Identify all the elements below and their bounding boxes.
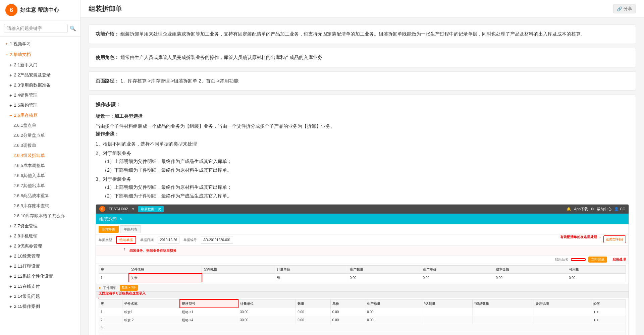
td-c-prod [473,316,534,324]
screenshot-title-left: TEST-H002 [109,206,128,212]
screenshot-divider-area: ● 子件明细 数量 × 3件 无固定清单可以组装在这里录入 ↓ [96,284,629,292]
sidebar-item-biz-mgmt[interactable]: + 2.10经营管理 [0,251,80,261]
plus-icon: + [9,224,12,229]
sidebar-item-268[interactable]: 2.6.8商品成本重算 [0,191,80,201]
search-box: 🔍 [0,20,80,37]
table-row: 2 粮食 2 规格 ×4 30.00 0.00 0.00 0.00 [99,316,626,324]
screenshot-confirm-btn[interactable]: 立即完成 [588,257,607,263]
td-c-total: 0.00 [365,308,422,316]
sidebar-item-label: 2.1新手入门 [14,62,38,68]
td-seq: 1 [99,274,129,282]
td-c-unit: 30.00 [238,308,296,316]
share-button[interactable]: 🔗 分享 [613,4,636,13]
table-header-row-child: 序 子件名称 规格型号 计量单位 数量 单价 生产总量 *达到量 *成品数量 [99,299,626,308]
sidebar-item-label: 2.3使用前数据准备 [14,82,51,88]
scenario1-heading: 场景一：加工类型选择 [96,112,629,120]
td-empty4: 4 [99,332,626,335]
screenshot-number-field: AD-20191226-001 [201,236,233,244]
sidebar-item-new-user[interactable]: + 2.1新手入门 [0,60,80,70]
collapse-icon: − [5,52,8,57]
th-c-unreach: *达到量 [422,299,473,308]
sidebar-item-269[interactable]: 2.6.9库存账本查询 [0,201,80,211]
screenshot-list-tab[interactable]: 单据列表 [120,225,141,233]
table-header-row: 序 父件名称 父件规格 计量单位 生产数量 生产单价 成本金额 可用量 [99,265,626,274]
td-cost: 0.00 [494,274,567,282]
screenshot-annotation-row: 组装业务、拆卸业务在这里切换 ↑ [96,246,629,256]
sidebar-item-inventory[interactable]: − 2.6库存核算 [0,110,80,120]
sidebar-item-purchase[interactable]: + 2.5采购管理 [0,100,80,110]
sidebar-item-label: 2.8手机旺铺 [14,233,38,239]
search-input[interactable] [4,24,68,33]
sidebar-item-print[interactable]: + 2.11打印设置 [0,261,80,271]
share-icon: 🔗 [617,6,622,11]
th-c-name: 子件名称 [122,299,180,308]
td-c-spec: 规格 ×4 [180,316,238,324]
step3-sublist: （1）上部明细为父件明细，最终作为原材料生成其它出库单； （2）下部明细为子件明… [96,183,629,200]
sidebar-item-262[interactable]: 2.6.2分量盘点单 [0,130,80,141]
td-c-unit: 30.00 [238,316,296,324]
main-content-area: 组装拆卸单 🔗 分享 功能介绍： 组装拆卸单用来处理企业组装或拆卸等加工业务，支… [80,0,644,335]
sidebar-item-faq[interactable]: + 2.14常见问题 [0,291,80,301]
plus-icon: + [9,284,12,289]
screenshot-section-divider: ● 子件明细 数量 × 3件 [96,284,629,292]
search-icon[interactable]: 🔍 [70,25,76,32]
td-c-seq: 1 [99,308,122,316]
td-c-name: 粮食1 [122,308,180,316]
screenshot-table-parent: 序 父件名称 父件规格 计量单位 生产数量 生产单价 成本金额 可用量 [99,265,626,282]
sidebar-item-videos[interactable]: + 1.视频学习 [0,39,80,49]
sidebar-item-261[interactable]: 2.6.1盘点单 [0,120,80,130]
role-text: 使用角色： 通常由生产人员或库管人员完成拆装业务的操作，库管人员确认原材料的出库… [96,54,629,62]
th-c-qty: 数量 [296,299,330,308]
step3: 3、对于拆装业务 （1）上部明细为父件明细，最终作为原材料生成其它出库单； （2… [96,175,629,200]
plus-icon: + [9,234,12,239]
path-text: 页面路径： 1、库存核算->库存管理->组装拆卸单 2、首页->常用功能 [96,77,629,85]
step2-sub1: （1）上部明细为父件明细，最终作为产成品生成其它入库单； [102,158,629,166]
sidebar-item-docs[interactable]: − 2.帮助文档 [0,49,80,60]
app-name: 好生意 帮助中心 [20,7,59,14]
ops-card: 操作步骤： 场景一：加工类型选择 当由多个子件材料组装成一个成品的业务为【组装】… [89,95,636,335]
minus-icon: − [9,113,12,118]
sidebar-item-coupon[interactable]: + 2.9优惠券管理 [0,241,80,251]
sidebar-item-mobile[interactable]: + 2.8手机旺铺 [0,231,80,241]
sidebar-item-cases[interactable]: + 2.15操作案例 [0,301,80,312]
th-unit: 计量单位 [275,265,348,274]
sidebar-item-system[interactable]: + 2.12系统个性化设置 [0,271,80,281]
screenshot-enable-input[interactable] [571,258,586,261]
annotation-has-bom: 有装配清单的在这里处理 → [560,234,602,240]
plus-icon: + [9,103,12,108]
td-parent-name-highlighted: 关米 [129,274,202,282]
screenshot-type-btn[interactable]: 选类型/科目 [603,235,626,243]
sidebar-item-capital[interactable]: + 2.7资金管理 [0,221,80,231]
sidebar-item-2610[interactable]: 2.6.10库存账本错了怎么办 [0,211,80,221]
sidebar-item-label: 2.12系统个性化设置 [14,273,53,279]
th-c-seq: 序 [99,299,122,308]
th-c-price: 单价 [330,299,365,308]
plus-icon: + [9,244,12,249]
sidebar-item-online-pay[interactable]: + 2.13在线支付 [0,281,80,291]
sidebar-item-sales[interactable]: + 2.4销售管理 [0,90,80,100]
sidebar-item-265[interactable]: 2.6.5成本调整单 [0,161,80,171]
screenshot-new-tab[interactable]: 新增单据 [99,226,119,233]
td-avail: 0.00 [567,274,626,282]
sidebar-item-label: 2.9优惠券管理 [14,243,42,249]
td-c-qty: 0.00 [296,316,330,324]
sidebar-item-263[interactable]: 2.6.3调拨单 [0,141,80,151]
sidebar-item-install[interactable]: + 2.2产品安装及登录 [0,70,80,80]
plus-icon: + [9,63,12,68]
td-c-prod [473,308,534,316]
td-unit: 组 [275,274,348,282]
td-c-action: ✦ ✦ [591,316,626,324]
sidebar-item-label: 2.11打印设置 [14,263,40,269]
th-avail: 可用量 [567,265,626,274]
ops-heading: 操作步骤： [96,100,629,109]
screenshot-type-selector[interactable]: 组装单据 [116,236,136,244]
step3-sub2: （2）下部明细为子件明细，最终作为产成品生成其它入库单。 [102,192,629,200]
sidebar-nav: + 1.视频学习 − 2.帮助文档 + 2.1新手入门 + 2.2产品安装及登录… [0,37,80,335]
sidebar-item-266[interactable]: 2.6.6其他入库单 [0,171,80,181]
sidebar-item-data-prep[interactable]: + 2.3使用前数据准备 [0,80,80,90]
th-prod-qty: 生产数量 [348,265,421,274]
sidebar-item-267[interactable]: 2.6.7其他出库单 [0,181,80,191]
sidebar-item-264[interactable]: 2.6.4组装拆卸单 [0,151,80,161]
screenshot-table-child: 序 子件名称 规格型号 计量单位 数量 单价 生产总量 *达到量 *成品数量 [99,299,626,335]
td-unit-price: 0.00 [421,274,494,282]
